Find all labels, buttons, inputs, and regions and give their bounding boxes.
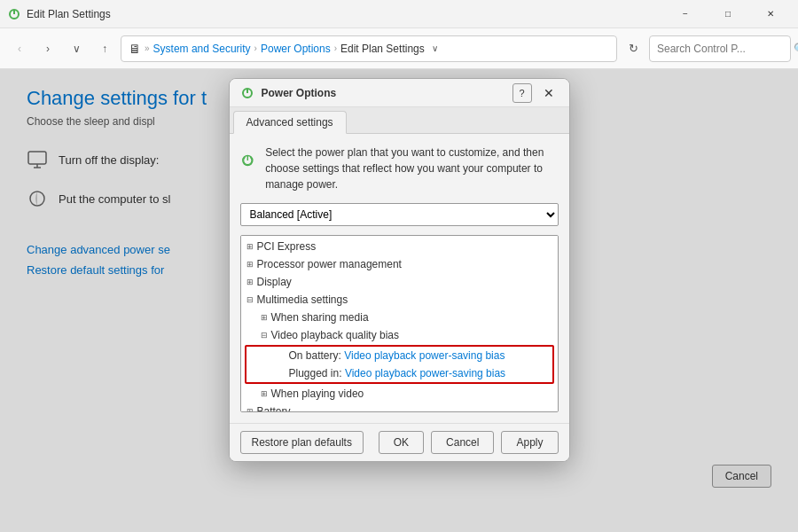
dialog-tabs: Advanced settings xyxy=(230,107,569,134)
search-icon[interactable]: 🔍 xyxy=(794,43,798,55)
main-window: Edit Plan Settings − □ ✕ ‹ › ∨ ↑ 🖥 » Sys… xyxy=(0,0,798,532)
breadcrumb-power-options[interactable]: Power Options xyxy=(261,43,331,55)
power-plan-select[interactable]: Balanced [Active] Power saver High perfo… xyxy=(240,203,559,226)
window-close-button[interactable]: ✕ xyxy=(750,0,791,28)
breadcrumb-dropdown-button[interactable]: ∨ xyxy=(432,43,438,53)
maximize-button[interactable]: □ xyxy=(708,0,748,28)
modal-overlay: Power Options ? ✕ Advanced settings xyxy=(0,69,798,532)
main-content: Change settings for t Choose the sleep a… xyxy=(0,69,798,532)
tree-item-processor[interactable]: ⊞ Processor power management xyxy=(243,255,556,273)
minimize-button[interactable]: − xyxy=(665,0,706,28)
restore-plan-defaults-button[interactable]: Restore plan defaults xyxy=(240,431,364,454)
dialog-close-button[interactable]: ✕ xyxy=(539,83,559,103)
tree-item-video-playback[interactable]: ⊟ Video playback quality bias xyxy=(243,326,556,344)
window-controls: − □ ✕ xyxy=(665,0,791,28)
tree-label-video: Video playback quality bias xyxy=(271,329,556,341)
tree-item-multimedia[interactable]: ⊟ Multimedia settings xyxy=(243,291,556,309)
highlight-box: ⊞ On battery: Video playback power-savin… xyxy=(245,345,554,384)
on-battery-value: Video playback power-saving bias xyxy=(344,349,505,362)
refresh-button[interactable]: ↻ xyxy=(621,36,645,61)
back-button[interactable]: ‹ xyxy=(7,36,32,61)
tab-advanced-settings[interactable]: Advanced settings xyxy=(233,111,347,134)
window-title: Edit Plan Settings xyxy=(27,8,665,20)
ok-button[interactable]: OK xyxy=(379,431,424,454)
dialog-title: Power Options xyxy=(262,87,512,99)
tree-item-battery[interactable]: ⊞ Battery xyxy=(243,403,556,412)
expander-sharing[interactable]: ⊞ xyxy=(257,310,271,325)
tree-label-battery: Battery xyxy=(257,405,556,412)
tree-label-sharing: When sharing media xyxy=(271,311,556,324)
dialog-title-bar: Power Options ? ✕ xyxy=(230,79,569,107)
dialog-help-button[interactable]: ? xyxy=(512,83,532,103)
expander-video[interactable]: ⊟ xyxy=(257,328,271,342)
dialog-power-icon xyxy=(240,86,254,100)
tree-label-processor: Processor power management xyxy=(257,258,556,270)
dialog-title-actions: ? ✕ xyxy=(512,83,559,103)
tree-item-plugged-in[interactable]: ⊞ Plugged in: Video playback power-savin… xyxy=(246,364,552,382)
search-bar: 🔍 xyxy=(649,35,791,62)
tree-label-multimedia: Multimedia settings xyxy=(257,293,556,306)
dialog-dropdown-row: Balanced [Active] Power saver High perfo… xyxy=(240,203,559,226)
plugged-in-value: Video playback power-saving bias xyxy=(345,367,505,379)
tree-item-pci-express[interactable]: ⊞ PCI Express xyxy=(243,238,556,255)
tree-item-when-sharing[interactable]: ⊞ When sharing media xyxy=(243,309,556,326)
dialog-desc-icon xyxy=(240,145,255,176)
tree-label-playing: When playing video xyxy=(271,387,556,400)
search-input[interactable] xyxy=(657,43,790,55)
tree-label-on-battery: On battery: Video playback power-saving … xyxy=(289,349,552,362)
forward-button[interactable]: › xyxy=(35,36,60,61)
tree-label-pci: PCI Express xyxy=(257,240,556,253)
breadcrumb-system-security[interactable]: System and Security xyxy=(153,43,251,55)
dialog-description-text: Select the power plan that you want to c… xyxy=(265,145,558,192)
address-bar: ‹ › ∨ ↑ 🖥 » System and Security › Power … xyxy=(0,28,798,69)
breadcrumb-bar: 🖥 » System and Security › Power Options … xyxy=(121,35,617,62)
expander-display[interactable]: ⊞ xyxy=(243,275,257,289)
tree-label-display: Display xyxy=(257,276,556,288)
cancel-button[interactable]: Cancel xyxy=(431,431,494,454)
dialog-body: Select the power plan that you want to c… xyxy=(230,134,569,423)
tree-item-when-playing[interactable]: ⊞ When playing video xyxy=(243,385,556,403)
dialog-footer: Restore plan defaults OK Cancel Apply xyxy=(230,423,569,461)
expander-multimedia[interactable]: ⊟ xyxy=(243,293,257,307)
apply-button[interactable]: Apply xyxy=(501,431,558,454)
expander-playing[interactable]: ⊞ xyxy=(257,387,271,401)
power-options-dialog: Power Options ? ✕ Advanced settings xyxy=(229,78,570,462)
dropdown-button[interactable]: ∨ xyxy=(64,36,89,61)
tree-list[interactable]: ⊞ PCI Express ⊞ Processor power manageme… xyxy=(240,235,559,412)
tree-item-on-battery[interactable]: ⊞ On battery: Video playback power-savin… xyxy=(246,347,552,364)
tree-label-plugged-in: Plugged in: Video playback power-saving … xyxy=(289,367,552,379)
window-icon xyxy=(7,7,21,21)
breadcrumb-icon: 🖥 xyxy=(129,42,141,56)
dialog-description: Select the power plan that you want to c… xyxy=(240,145,559,192)
title-bar: Edit Plan Settings − □ ✕ xyxy=(0,0,798,28)
breadcrumb-edit-plan: Edit Plan Settings xyxy=(340,43,425,55)
expander-battery[interactable]: ⊞ xyxy=(243,404,257,412)
expander-pci[interactable]: ⊞ xyxy=(243,239,257,254)
expander-processor[interactable]: ⊞ xyxy=(243,257,257,271)
up-button[interactable]: ↑ xyxy=(92,36,117,61)
tree-item-display[interactable]: ⊞ Display xyxy=(243,273,556,291)
